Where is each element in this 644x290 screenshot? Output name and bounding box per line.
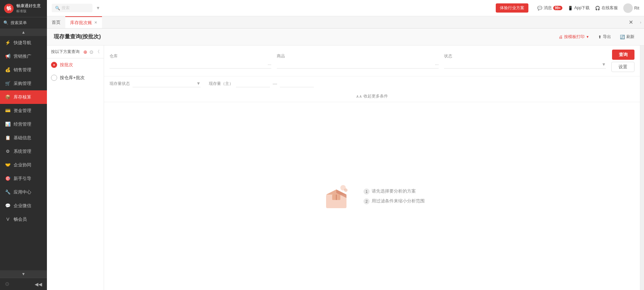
status-filter-label: 状态: [444, 53, 606, 59]
right-scrollbar[interactable]: [640, 46, 644, 290]
scheme-item-label: 按仓库+批次: [60, 75, 85, 81]
sidebar-item-label: 营销推广: [14, 53, 31, 59]
print-dropdown-icon[interactable]: ▼: [586, 35, 589, 39]
print-button[interactable]: 🖨 按模板打印 ▼: [556, 33, 592, 41]
content-area: 按以下方案查询 ⊕ ⊙ 《 ● 按批次 按仓库+批次: [47, 46, 644, 290]
scheme-dot-inactive: [51, 75, 57, 81]
scheme-collapse-icon[interactable]: 《: [96, 49, 100, 55]
scheme-header-actions: ⊕ ⊙ 《: [83, 49, 100, 55]
topbar-actions: 💬 消息 99+ 📱 App下载 🎧 在线客服 Rit: [537, 3, 639, 13]
empty-tip-1: 1 请先选择要分析的方案: [363, 188, 425, 195]
app-center-icon: 🔧: [5, 189, 11, 195]
stock-status-select[interactable]: ▼: [133, 80, 201, 87]
stock-qty-max-input[interactable]: [280, 80, 314, 87]
sidebar-item-app-center[interactable]: 🔧 应用中心: [0, 185, 47, 199]
app-download-action[interactable]: 📱 App下载: [568, 5, 590, 11]
scheme-settings-icon[interactable]: ⊙: [89, 49, 94, 55]
sidebar-item-label: 畅会员: [14, 216, 27, 222]
sidebar-item-sales[interactable]: 💰 销售管理: [0, 63, 47, 77]
refresh-button[interactable]: 🔄 刷新: [617, 33, 637, 41]
sidebar-item-newbie[interactable]: 🎯 新手引导: [0, 172, 47, 185]
sidebar-item-marketing[interactable]: 📢 营销推广: [0, 50, 47, 63]
sidebar-item-label: 基础信息: [14, 135, 31, 141]
tab-home[interactable]: 首页: [47, 16, 65, 28]
scheme-item-by-batch[interactable]: ● 按批次: [47, 58, 104, 71]
tab-batch-inventory[interactable]: 库存批次账 ✕: [65, 16, 102, 28]
user-avatar: [623, 3, 633, 13]
sidebar-scroll-down[interactable]: ▼: [0, 270, 47, 278]
sidebar-item-wechat[interactable]: 💬 企业微信: [0, 199, 47, 213]
tabbar: 首页 库存批次账 ✕ ✕ ›: [47, 16, 644, 29]
page-title: 现存量查询(按批次): [54, 33, 101, 40]
refresh-icon: 🔄: [620, 35, 625, 39]
settings-button[interactable]: 设置: [611, 62, 634, 72]
tab-panel-close-button[interactable]: ✕: [625, 19, 637, 25]
online-service-action[interactable]: 🎧 在线客服: [595, 5, 618, 11]
scheme-item-by-warehouse-batch[interactable]: 按仓库+批次: [47, 71, 104, 84]
sidebar-item-label: 库存核算: [14, 94, 31, 100]
sidebar-item-operations[interactable]: 📊 经营管理: [0, 117, 47, 131]
tip-num-1: 1: [363, 188, 370, 195]
sidebar-settings-icon[interactable]: ⚙: [5, 281, 10, 287]
range-dash: —: [273, 81, 277, 86]
sidebar-item-label: 企业微信: [14, 203, 31, 209]
user-profile-action[interactable]: Rit: [623, 3, 639, 13]
app-title: 畅康通好生意: [16, 3, 41, 9]
sidebar-item-basic-info[interactable]: 📋 基础信息: [0, 131, 47, 145]
sidebar-item-finance[interactable]: 💳 资金管理: [0, 104, 47, 117]
scheme-dot-active: ●: [51, 62, 57, 68]
messages-icon: 💬: [537, 6, 542, 11]
sidebar-item-purchase[interactable]: 🛒 采购管理: [0, 77, 47, 90]
finance-icon: 💳: [5, 108, 11, 114]
main-area: 🔍 搜索 ▼ 体验行业方案 💬 消息 99+ 📱 App下载 🎧 在线客服 Ri: [47, 0, 644, 290]
sidebar-search[interactable]: 🔍 搜索菜单: [0, 17, 47, 29]
sidebar-item-system[interactable]: ⚙ 系统管理: [0, 145, 47, 158]
collapse-bar[interactable]: ∧∧ 收起更多条件: [104, 91, 640, 102]
industry-solution-button[interactable]: 体验行业方案: [496, 3, 528, 13]
scheme-item-label: 按批次: [60, 62, 73, 68]
newbie-icon: 🎯: [5, 176, 11, 182]
status-filter-select[interactable]: ▼: [444, 60, 606, 69]
sidebar-collapse-icon[interactable]: ◀◀: [35, 282, 42, 287]
stock-qty-group: 现存量（主） —: [209, 80, 314, 87]
print-label: 按模板打印: [564, 34, 584, 40]
product-filter-group: 商品 ···: [277, 53, 439, 69]
product-filter-input[interactable]: ···: [277, 60, 439, 69]
sidebar-search-label: 搜索菜单: [11, 20, 27, 26]
tab-batch-inventory-label: 库存批次账: [70, 20, 92, 26]
messages-action[interactable]: 💬 消息 99+: [537, 5, 562, 11]
app-download-label: App下载: [574, 5, 590, 11]
scheme-add-icon[interactable]: ⊕: [83, 49, 87, 55]
sidebar-item-quick-nav[interactable]: ⚡ 快捷导航: [0, 36, 47, 50]
basic-info-icon: 📋: [5, 135, 11, 141]
app-download-icon: 📱: [568, 6, 573, 11]
quick-nav-icon: ⚡: [5, 40, 11, 46]
stock-status-group: 现存量状态 ▼: [109, 80, 201, 87]
export-button[interactable]: ⬆ 导出: [595, 33, 614, 41]
sidebar-scroll-up[interactable]: ▲: [0, 29, 47, 36]
sidebar-item-inventory[interactable]: 📦 库存核算: [0, 90, 47, 104]
warehouse-dots-icon[interactable]: ···: [268, 62, 271, 67]
filter-row-2: 现存量状态 ▼ 现存量（主） —: [104, 76, 640, 91]
warehouse-filter-group: 仓库 ···: [109, 53, 271, 69]
topbar-search-box[interactable]: 🔍 搜索: [52, 4, 92, 12]
warehouse-filter-input[interactable]: ···: [109, 60, 271, 69]
sidebar-item-label: 快捷导航: [14, 40, 31, 46]
query-button[interactable]: 查询: [612, 50, 634, 60]
svg-point-6: [344, 188, 348, 192]
tab-panel-arrow[interactable]: ›: [637, 20, 644, 25]
sidebar-item-vip[interactable]: V 畅会员: [0, 213, 47, 226]
empty-illustration: [319, 179, 353, 213]
tab-close-icon[interactable]: ✕: [94, 20, 97, 25]
app-subtitle: 标准版: [16, 9, 41, 14]
online-service-label: 在线客服: [601, 5, 618, 11]
product-dots-icon[interactable]: ···: [435, 62, 439, 67]
stock-qty-min-input[interactable]: [236, 80, 270, 87]
empty-state: 1 请先选择要分析的方案 2 用过滤条件来缩小分析范围: [104, 102, 640, 290]
sidebar-item-label: 经营管理: [14, 121, 31, 127]
export-icon: ⬆: [598, 35, 601, 39]
chevron-up-icon: ∧∧: [356, 94, 362, 99]
sidebar-item-enterprise[interactable]: 🤝 企业协同: [0, 158, 47, 172]
tip-num-2: 2: [363, 198, 370, 204]
topbar-dropdown-icon[interactable]: ▼: [96, 5, 100, 11]
